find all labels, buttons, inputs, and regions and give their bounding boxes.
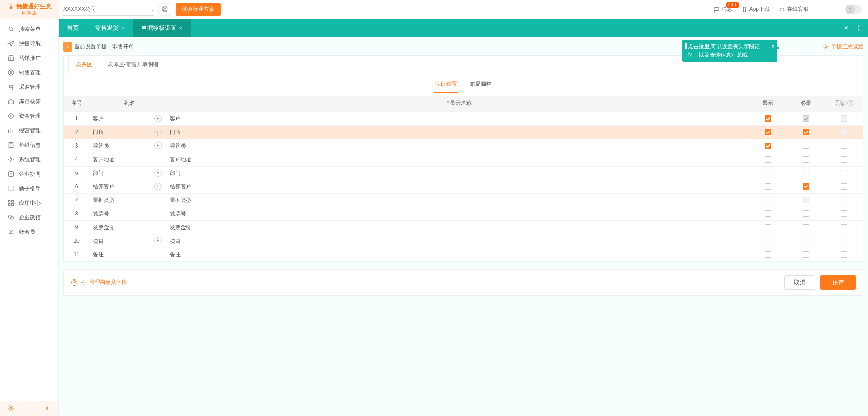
checkbox-req[interactable] [803,170,809,176]
sidebar-item-compass[interactable]: 快捷导航 [0,36,58,51]
expand-handle[interactable] [63,42,72,52]
cart-icon [7,83,14,91]
cell-col: 项目+ [89,234,166,248]
sidebar-item-coin[interactable]: ¥资金管理 [0,109,58,123]
tab[interactable]: 首页 [59,19,87,37]
tab[interactable]: 零售退货× [87,19,133,37]
checkbox-req[interactable] [803,156,809,163]
sidebar-item-gift[interactable]: 营销推广 [0,51,58,65]
message-icon [713,6,720,13]
checkbox-show[interactable] [765,197,771,203]
manage-custom-fields-link[interactable]: ? 管理自定义字段 [71,278,127,286]
user-avatar[interactable] [845,5,862,14]
checkbox-req[interactable] [803,238,809,244]
cell-disp[interactable]: 备注 [166,248,749,261]
sidenav-footer [0,401,58,416]
cell-disp[interactable]: 部门 [166,166,749,180]
messages-link[interactable]: 消息 99 + [713,5,732,13]
tabs-close-all[interactable]: ✕ [839,19,854,37]
topbar: 畅捷通好生意 标准版 XXXXXX公司 ⌵ 体验行业方案 消息 99 + App… [0,0,868,19]
checkbox-ro[interactable] [841,143,847,149]
checkbox-show[interactable] [765,210,771,217]
add-icon[interactable]: + [154,129,162,136]
save-button[interactable]: 保存 [820,275,856,290]
sidebar-item-cog[interactable]: 系统管理 [0,152,58,167]
table-row: 10项目+项目 [64,234,863,248]
company-select[interactable]: XXXXXX公司 ⌵ [63,3,154,16]
tab[interactable]: 单据模板设置× [133,19,191,37]
checkbox-ro[interactable] [841,210,847,217]
sidebar-item-book[interactable]: 新手引导 [0,181,58,196]
checkbox-req[interactable] [803,129,809,135]
svg-rect-0 [714,7,719,10]
checkbox-ro[interactable] [841,238,847,244]
table-row: 3导购员+导购员 [64,139,863,153]
checkbox-ro[interactable] [841,224,847,230]
checkbox-req[interactable] [803,251,809,258]
sub-tab[interactable]: 布局调整 [469,79,492,93]
sidebar-item-search[interactable]: 搜索菜单 [0,22,58,36]
checkbox-ro[interactable] [841,183,847,190]
try-industry-button[interactable]: 体验行业方案 [176,3,221,16]
cell-disp[interactable]: 票据类型 [166,193,749,207]
sidebar-item-link[interactable]: 企业协同 [0,167,58,181]
checkbox-show[interactable] [765,238,771,244]
add-icon[interactable]: + [154,237,162,244]
online-service-link[interactable]: 在线客服 [779,5,809,13]
collapse-icon[interactable] [44,405,51,412]
checkbox-req[interactable] [803,224,809,230]
app-download-link[interactable]: App下载 [741,5,770,13]
sidebar-item-label: 企业微信 [19,214,41,221]
sub-tab[interactable]: 字段设置 [434,79,458,93]
add-icon[interactable]: + [154,142,162,149]
cell-disp[interactable]: 客户 [166,112,749,125]
cell-disp[interactable]: 门店 [166,125,749,139]
sidebar-item-house[interactable]: 库存核算 [0,94,58,109]
sidebar-item-chart[interactable]: 经营管理 [0,123,58,138]
checkbox-ro[interactable] [841,170,847,176]
summary-settings-link[interactable]: 单据汇总设置 [823,43,863,51]
checkbox-show[interactable] [765,129,771,135]
checkbox-show[interactable] [765,115,771,122]
checkbox-show[interactable] [765,224,771,230]
add-icon[interactable]: + [154,115,162,122]
cell-show [749,248,787,261]
add-icon[interactable]: + [154,183,162,190]
card-tab[interactable]: 表体区-零售开单明细 [100,56,166,73]
checkbox-ro[interactable] [841,251,847,258]
checkbox-req[interactable] [803,183,809,190]
sidebar-item-wechat[interactable]: 企业微信 [0,210,58,225]
checkbox-show[interactable] [765,251,771,258]
checkbox-ro[interactable] [841,156,847,163]
checkbox-show[interactable] [765,183,771,190]
cancel-button[interactable]: 取消 [784,275,815,290]
fullscreen-icon[interactable] [854,19,868,37]
help-icon[interactable]: ? [847,100,853,106]
cell-disp[interactable]: 发票金额 [166,220,749,234]
close-icon[interactable]: × [179,25,183,32]
checkbox-show[interactable] [765,143,771,149]
add-icon[interactable]: + [154,169,162,177]
cell-disp[interactable]: 结算客户 [166,180,749,193]
cell-disp[interactable]: 项目 [166,234,749,248]
gear-icon[interactable] [7,405,14,412]
settings-icon-button[interactable] [158,3,171,16]
sidebar-item-vip[interactable]: 畅会员 [0,225,58,239]
sidebar-item-grid[interactable]: 应用中心 [0,196,58,210]
sidebar-item-label: 采购管理 [19,83,41,91]
book-icon [7,185,14,192]
cell-disp[interactable]: 客户地址 [166,153,749,166]
checkbox-req[interactable] [803,210,809,217]
tip-close[interactable]: × [771,42,775,51]
checkbox-show[interactable] [765,170,771,176]
close-icon[interactable]: × [121,25,125,32]
sidebar-item-cart[interactable]: 采购管理 [0,80,58,94]
sidebar-item-form[interactable]: 基础信息 [0,138,58,152]
checkbox-req[interactable] [803,143,809,149]
sidebar-item-sale[interactable]: 销售管理 [0,65,58,80]
cell-disp[interactable]: 导购员 [166,139,749,153]
card-tab[interactable]: 表头区 [68,56,100,73]
checkbox-ro[interactable] [841,197,847,203]
checkbox-show[interactable] [765,156,771,163]
cell-disp[interactable]: 发票号 [166,207,749,220]
